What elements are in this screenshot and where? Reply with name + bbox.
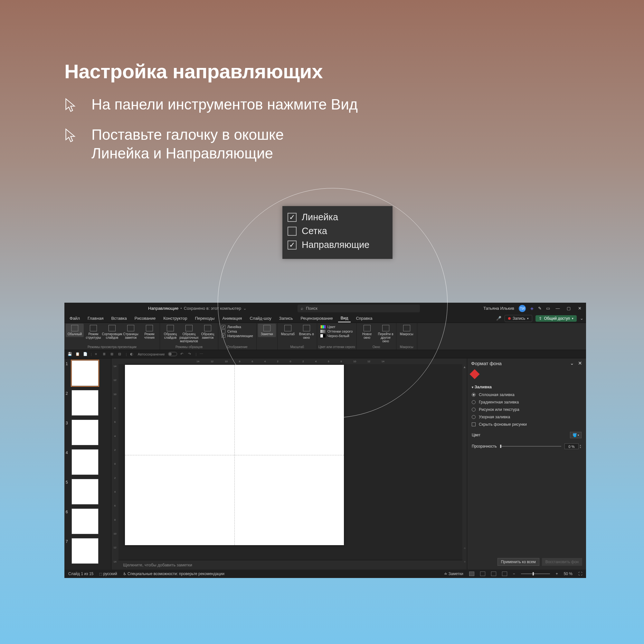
thumbnail-image[interactable] bbox=[71, 390, 99, 416]
ribbon-button[interactable]: Сортировщик слайдов bbox=[103, 324, 121, 341]
thumbnail-image[interactable] bbox=[71, 420, 99, 445]
minimize-button[interactable]: — bbox=[554, 306, 561, 311]
ribbon-button[interactable]: Образец раздаточных материалов bbox=[180, 324, 198, 344]
record-button[interactable]: Запись ▾ bbox=[505, 315, 532, 322]
tab-Вставка[interactable]: Вставка bbox=[109, 315, 129, 322]
checkbox-icon[interactable]: ✓ bbox=[288, 241, 297, 250]
thumbnail[interactable]: 1 bbox=[66, 360, 110, 386]
thumbnail-image[interactable] bbox=[71, 479, 99, 505]
checkbox-icon[interactable] bbox=[472, 422, 476, 426]
tab-Справка[interactable]: Справка bbox=[353, 315, 375, 322]
fill-option[interactable]: Градиентная заливка bbox=[472, 400, 582, 404]
vertical-scrollbar[interactable]: ▴ ⬦ ⬦ bbox=[462, 358, 467, 570]
tab-Файл[interactable]: Файл bbox=[67, 315, 82, 322]
transparency-value[interactable]: 0 % bbox=[564, 443, 579, 449]
color-mode-option[interactable]: Оттенки серого bbox=[320, 329, 353, 333]
save-icon[interactable]: 💾 bbox=[68, 352, 72, 356]
checkbox-icon[interactable] bbox=[222, 329, 225, 333]
notes-bar[interactable]: Щелкните, чтобы добавить заметки bbox=[118, 560, 462, 570]
clone-icon[interactable]: 📄 bbox=[83, 352, 88, 356]
align-icon[interactable]: ⊟ bbox=[118, 352, 123, 356]
zoom-slider[interactable] bbox=[521, 573, 550, 574]
chevron-down-icon[interactable]: ⌄ bbox=[243, 306, 247, 311]
callout-guides[interactable]: ✓ Направляющие bbox=[288, 240, 387, 250]
chevron-down-icon[interactable]: ▾ bbox=[472, 385, 473, 389]
search-input[interactable]: ⌕ Поиск bbox=[298, 305, 420, 312]
close-icon[interactable]: ✕ bbox=[578, 360, 582, 366]
checkbox-icon[interactable] bbox=[288, 227, 297, 236]
thumbnail-image[interactable] bbox=[71, 508, 99, 534]
ribbon-button[interactable]: Образец заметок bbox=[199, 324, 217, 341]
zoom-out-icon[interactable]: − bbox=[513, 572, 515, 576]
tab-Конструктор[interactable]: Конструктор bbox=[161, 315, 190, 322]
tab-Анимация[interactable]: Анимация bbox=[220, 315, 244, 322]
thumbnail[interactable]: 5 bbox=[66, 479, 110, 505]
stepper-up-icon[interactable]: ▲ bbox=[579, 444, 582, 446]
ribbon-button[interactable]: Вписать в окно bbox=[298, 324, 316, 341]
hide-backgrounds-check[interactable]: Скрыть фоновые рисунки bbox=[472, 422, 582, 427]
fill-option[interactable]: Сплошная заливка bbox=[472, 393, 582, 397]
more-icon[interactable]: ⋯ bbox=[200, 352, 204, 356]
radio-icon[interactable] bbox=[472, 400, 476, 404]
color-mode-option[interactable]: Цвет bbox=[320, 325, 353, 329]
undo-icon[interactable]: ↶ bbox=[180, 352, 185, 356]
fill-option[interactable]: Узорная заливка bbox=[472, 415, 582, 419]
thumbnail[interactable]: 4 bbox=[66, 449, 110, 475]
callout-ruler[interactable]: ✓ Линейка bbox=[288, 212, 387, 223]
ribbon-button[interactable]: Образец слайдов bbox=[161, 324, 179, 341]
chevron-down-icon[interactable]: ⌄ bbox=[570, 360, 574, 366]
thumbnail[interactable]: 3 bbox=[66, 420, 110, 445]
slide-canvas[interactable] bbox=[125, 365, 344, 545]
checkbox-icon[interactable]: ✓ bbox=[222, 334, 225, 338]
guide-vertical[interactable] bbox=[234, 365, 235, 545]
slideshow-view-icon[interactable] bbox=[502, 572, 507, 576]
prev-slide-icon[interactable]: ⬦ bbox=[464, 546, 466, 550]
microphone-icon[interactable]: 🎤 bbox=[496, 316, 501, 321]
fill-option[interactable]: Рисунок или текстура bbox=[472, 407, 582, 412]
tab-Переходы[interactable]: Переходы bbox=[192, 315, 217, 322]
chevron-down-icon[interactable]: ⌄ bbox=[580, 316, 583, 321]
show-checkbox[interactable]: ✓Направляющие bbox=[222, 334, 253, 338]
autosave-toggle[interactable] bbox=[168, 352, 177, 356]
accessibility-button[interactable]: ♿︎ Специальные возможности: проверьте ре… bbox=[123, 572, 224, 576]
color-mode-option[interactable]: Черно-белый bbox=[320, 334, 353, 338]
notes-button[interactable]: Заметки bbox=[258, 324, 276, 337]
share-button[interactable]: ⇪ Общий доступ ▾ bbox=[535, 315, 577, 322]
shapes-icon[interactable]: ◐ bbox=[130, 352, 135, 356]
transparency-slider[interactable] bbox=[500, 446, 561, 447]
redo-icon[interactable]: ↷ bbox=[188, 352, 193, 356]
show-checkbox[interactable]: Сетка bbox=[222, 329, 253, 333]
language-button[interactable]: ⬚ русский bbox=[99, 572, 117, 576]
reading-view-icon[interactable] bbox=[491, 572, 496, 576]
checkbox-icon[interactable]: ✓ bbox=[288, 213, 297, 222]
window-icon[interactable]: ▭ bbox=[546, 306, 550, 311]
up-arrow-icon[interactable]: ▴ bbox=[464, 365, 466, 369]
tab-Запись[interactable]: Запись bbox=[277, 315, 296, 322]
align-left-icon[interactable]: ≡ bbox=[95, 352, 99, 356]
tab-Слайд-шоу[interactable]: Слайд-шоу bbox=[247, 315, 274, 322]
thumbnail-image[interactable] bbox=[71, 360, 99, 386]
tab-Рецензирование[interactable]: Рецензирование bbox=[298, 315, 335, 322]
apply-all-button[interactable]: Применить ко всем bbox=[497, 558, 539, 566]
diamond-icon[interactable]: ◈ bbox=[530, 306, 534, 311]
radio-icon[interactable] bbox=[472, 415, 476, 419]
paste-icon[interactable]: 📋 bbox=[75, 352, 80, 356]
thumbnail-image[interactable] bbox=[71, 449, 99, 475]
show-checkbox[interactable]: ✓Линейка bbox=[222, 325, 253, 329]
ribbon-button[interactable]: Перейти в другое окно bbox=[377, 324, 395, 344]
thumbnail-panel[interactable]: 1234567 bbox=[64, 358, 111, 570]
checkbox-icon[interactable]: ✓ bbox=[222, 325, 225, 329]
tab-Вид[interactable]: Вид bbox=[338, 314, 351, 322]
next-slide-icon[interactable]: ⬦ bbox=[464, 559, 466, 563]
thumbnail[interactable]: 2 bbox=[66, 390, 110, 416]
thumbnail[interactable]: 6 bbox=[66, 508, 110, 534]
fit-window-icon[interactable]: ⛶ bbox=[578, 572, 582, 576]
align-icon[interactable]: ⊞ bbox=[110, 352, 115, 356]
align-center-icon[interactable]: ≣ bbox=[103, 352, 107, 356]
ribbon-button[interactable]: Новое окно bbox=[358, 324, 376, 341]
thumbnail[interactable]: 7 bbox=[66, 538, 110, 564]
ribbon-button[interactable]: Страницы заметок bbox=[122, 324, 140, 341]
notes-toggle[interactable]: ≐ Заметки bbox=[444, 572, 463, 576]
radio-icon[interactable] bbox=[472, 393, 476, 397]
restore-button[interactable]: Восстановить фон bbox=[542, 558, 582, 566]
